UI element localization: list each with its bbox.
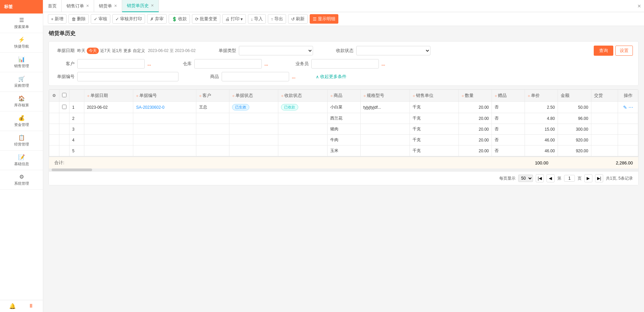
- import-button[interactable]: ↓ 导入: [248, 14, 266, 24]
- page-number-input[interactable]: [564, 175, 575, 182]
- edit-icon[interactable]: ✎: [623, 105, 627, 110]
- query-button[interactable]: 查询: [594, 46, 613, 56]
- tab-delivery[interactable]: 销货单 ✕: [94, 0, 122, 12]
- scrollbar-thumb[interactable]: [52, 168, 92, 171]
- customer-dots[interactable]: ...: [147, 61, 151, 67]
- show-detail-button[interactable]: ☰ 显示明细: [310, 14, 338, 24]
- export-button[interactable]: ↑ 导出: [268, 14, 286, 24]
- th-check[interactable]: [59, 90, 69, 102]
- inventory-icon: 🏠: [18, 95, 25, 102]
- th-unit[interactable]: ⬦销售单位: [410, 90, 459, 102]
- row-goods: 西兰花: [328, 113, 361, 124]
- sidebar-item-operations[interactable]: 📋 经营管理: [0, 131, 43, 151]
- row-gear: [49, 113, 59, 124]
- row-doc-no[interactable]: [133, 113, 196, 124]
- last-page-button[interactable]: ▶|: [595, 174, 603, 182]
- row-doc-no[interactable]: [133, 146, 196, 156]
- collect-status-select[interactable]: [356, 46, 430, 55]
- tab-close-delivery-history[interactable]: ✕: [151, 3, 154, 8]
- close-all-tabs-icon[interactable]: ✕: [637, 3, 641, 9]
- sidebar-item-inventory[interactable]: 🏠 库存核算: [0, 92, 43, 111]
- shortcut-today[interactable]: 今天: [87, 48, 99, 54]
- th-amount: 金额: [558, 90, 591, 102]
- shortcut-yesterday[interactable]: 昨天: [77, 48, 85, 54]
- row-gear: [49, 102, 59, 113]
- audit-print-button[interactable]: ✓ 审核并打印: [112, 14, 145, 24]
- tab-delivery-history[interactable]: 销货单历史 ✕: [122, 0, 159, 12]
- warehouse-input[interactable]: [194, 59, 262, 69]
- row-amount: 50.00: [558, 102, 591, 113]
- batch-change-button[interactable]: ⟳ 批量变更: [192, 14, 220, 24]
- sidebar-item-search-menu[interactable]: ☰ 搜索菜单: [0, 14, 43, 33]
- abandon-button[interactable]: ✗ 弃审: [147, 14, 167, 24]
- sidebar-item-system-mgmt[interactable]: ⚙ 系统管理: [0, 170, 43, 190]
- doc-type-select[interactable]: [239, 46, 313, 55]
- salesperson-dots[interactable]: ...: [382, 61, 385, 67]
- sidebar-item-label: 销售管理: [14, 63, 29, 69]
- th-doc-status[interactable]: ⬦单据状态: [229, 90, 278, 102]
- collapse-button[interactable]: ∧ 收起更多条件: [316, 74, 346, 80]
- th-collect-status[interactable]: ⬦收款状态: [278, 90, 328, 102]
- more-icon[interactable]: ⋯: [628, 105, 633, 110]
- row-doc-no[interactable]: SA-20230602-0: [133, 102, 196, 113]
- shortcut-custom[interactable]: 自定义: [133, 48, 145, 54]
- sidebar-item-finance[interactable]: 💰 资金管理: [0, 111, 43, 131]
- row-doc-status: [229, 113, 278, 124]
- sidebar-item-purchase-mgmt[interactable]: 🛒 采购管理: [0, 72, 43, 92]
- row-check[interactable]: [59, 113, 69, 124]
- row-check[interactable]: [59, 102, 69, 113]
- next-page-button[interactable]: ▶: [584, 174, 592, 182]
- th-goods[interactable]: ⬦商品: [328, 90, 361, 102]
- th-doc-date[interactable]: ⬦单据日期: [84, 90, 133, 102]
- new-button[interactable]: + 新增: [48, 14, 66, 24]
- row-check[interactable]: [59, 124, 69, 135]
- goods-dots[interactable]: ...: [292, 74, 296, 79]
- th-doc-no[interactable]: ⬦单据编号: [133, 90, 196, 102]
- prev-page-button[interactable]: ◀: [547, 174, 555, 182]
- th-gift[interactable]: ⬦赠品: [492, 90, 525, 102]
- th-gear[interactable]: ⚙: [49, 90, 59, 102]
- row-check[interactable]: [59, 135, 69, 146]
- page-size-select[interactable]: 50: [518, 175, 533, 182]
- shortcut-1month[interactable]: 近1月: [112, 48, 122, 54]
- collect-button[interactable]: 💲 收款: [169, 14, 190, 24]
- collect-icon: 💲: [172, 17, 177, 22]
- audit-button[interactable]: ✓ 审核: [91, 14, 110, 24]
- shortcut-7days[interactable]: 近7天: [100, 48, 111, 54]
- row-qty: 20.00: [459, 102, 492, 113]
- customer-input[interactable]: [77, 59, 145, 69]
- refresh-button[interactable]: ↺ 刷新: [288, 14, 308, 24]
- warehouse-dots[interactable]: ...: [264, 61, 268, 67]
- sidebar-bottom-icon1[interactable]: 🔔: [9, 303, 16, 309]
- select-all-checkbox[interactable]: [62, 93, 66, 97]
- th-unit-price[interactable]: ⬦单价: [525, 90, 558, 102]
- sidebar-item-quick-nav[interactable]: ⚡ 快捷导航: [0, 33, 43, 53]
- tab-home[interactable]: 首页: [43, 0, 62, 12]
- first-page-button[interactable]: |◀: [536, 174, 544, 182]
- page-word-before: 第: [557, 176, 561, 181]
- sidebar-item-sales-mgmt[interactable]: 📊 销售管理: [0, 53, 43, 72]
- tab-close-sales-order[interactable]: ✕: [86, 4, 89, 8]
- row-doc-no[interactable]: [133, 124, 196, 135]
- doc-no-input[interactable]: [77, 72, 178, 81]
- row-checkbox[interactable]: [62, 105, 66, 109]
- salesperson-input[interactable]: [311, 59, 379, 69]
- print-button[interactable]: 🖨 打印 ▾: [222, 14, 246, 24]
- sidebar-bottom-icon2[interactable]: ⏸: [28, 303, 34, 309]
- th-spec[interactable]: ⬦规格型号: [360, 90, 410, 102]
- shortcut-more[interactable]: 更多: [123, 48, 132, 54]
- basic-info-icon: 📝: [18, 154, 25, 160]
- goods-input[interactable]: [222, 72, 289, 81]
- th-qty[interactable]: ⬦数量: [459, 90, 492, 102]
- tab-close-delivery[interactable]: ✕: [114, 4, 117, 8]
- table-footer: 合计: 100.00 2,286.00: [49, 156, 638, 168]
- setting-button[interactable]: 设置: [615, 46, 633, 56]
- delete-button[interactable]: 🗑 删除: [68, 14, 89, 24]
- tab-sales-order[interactable]: 销售订单 ✕: [62, 0, 94, 12]
- row-check[interactable]: [59, 146, 69, 156]
- horizontal-scrollbar[interactable]: [49, 168, 638, 171]
- sidebar-item-basic-info[interactable]: 📝 基础信息: [0, 151, 43, 170]
- row-doc-date: [84, 135, 133, 146]
- th-customer[interactable]: ⬦客户: [196, 90, 229, 102]
- row-doc-no[interactable]: [133, 135, 196, 146]
